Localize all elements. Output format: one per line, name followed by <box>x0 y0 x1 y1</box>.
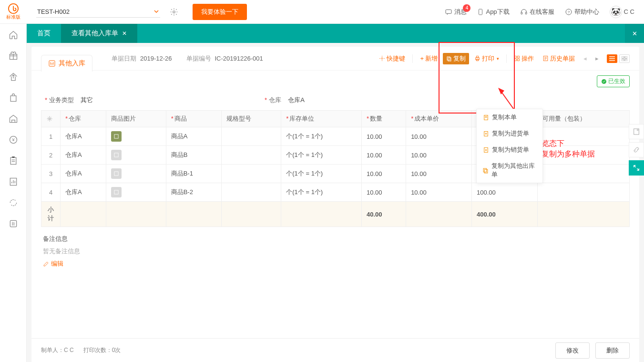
modify-button[interactable]: 修改 <box>555 342 590 359</box>
history-icon <box>542 55 549 62</box>
table-row[interactable]: 4仓库A商品B-2个(1个 = 1个)10.0010.00100.00 <box>41 183 630 202</box>
main: 首页 查看其他入库单 ✕ ✕ 其他入库 单据日期2019-12-26 单据编号I… <box>27 24 644 362</box>
sidebar-bag-icon[interactable] <box>8 93 19 103</box>
app-download-link[interactable]: App下载 <box>477 8 509 16</box>
table-gear-icon[interactable] <box>46 115 55 122</box>
print-button[interactable]: 打印▾ <box>471 53 502 64</box>
svg-rect-26 <box>518 59 520 61</box>
inbound-doc-icon <box>482 130 489 137</box>
svg-rect-23 <box>515 56 517 58</box>
sidebar-warehouse-icon[interactable] <box>8 114 19 124</box>
doc-icon <box>482 114 489 121</box>
svg-rect-3 <box>479 9 482 15</box>
grid-icon <box>514 55 520 62</box>
svg-rect-29 <box>625 56 627 58</box>
product-image <box>111 131 122 142</box>
sidebar: ¥ 新 <box>0 24 27 362</box>
svg-rect-39 <box>114 134 118 138</box>
product-image <box>111 187 122 197</box>
copy-button[interactable]: 复制 <box>443 53 469 64</box>
svg-rect-22 <box>476 59 478 61</box>
remark-empty: 暂无备注信息 <box>43 247 628 256</box>
tab-home[interactable]: 首页 <box>27 24 61 43</box>
messages-link[interactable]: 消息 4 <box>445 8 467 16</box>
check-icon <box>601 79 607 84</box>
outbound-doc-icon <box>482 146 489 153</box>
doc-type-tab[interactable]: 其他入库 <box>41 55 92 72</box>
header-actions: 快捷键 +新增 复制 打印▾ 操作 历史单据 ◂ ▸ <box>376 53 630 64</box>
prev-button[interactable]: ◂ <box>580 53 590 63</box>
sidebar-money-icon[interactable]: ¥ <box>8 134 19 145</box>
message-badge: 4 <box>463 4 470 12</box>
svg-rect-31 <box>625 59 627 61</box>
copy-to-sales[interactable]: 复制为销货单 <box>477 142 542 158</box>
svg-rect-36 <box>484 169 488 173</box>
top-header: 标准版 TEST-H002 我要体验一下 消息 4 App下载 在线客服 ? 帮… <box>0 0 644 24</box>
avatar: 🐼 <box>610 6 622 18</box>
inbound-icon <box>48 60 56 67</box>
svg-text:新: 新 <box>11 222 15 226</box>
copy-to-other-out[interactable]: 复制为其他出库单 <box>477 158 542 183</box>
sidebar-home-icon[interactable] <box>8 30 19 40</box>
ops-button[interactable]: 操作 <box>511 53 537 64</box>
col-header: 商品图片 <box>106 111 166 127</box>
copy-dropdown: 复制本单 复制为进货单 复制为销货单 复制为其他出库单 <box>476 109 543 183</box>
plus-icon: + <box>420 55 424 62</box>
top-right: 消息 4 App下载 在线客服 ? 帮助中心 🐼 C C <box>445 6 644 18</box>
sidebar-gift-icon[interactable] <box>8 51 19 61</box>
org-selector[interactable]: TEST-H002 <box>36 6 160 18</box>
copy-this-doc[interactable]: 复制本单 <box>477 109 542 125</box>
document-card: 其他入库 单据日期2019-12-26 单据编号IC-20191226-001 … <box>31 47 639 338</box>
view-card-button[interactable] <box>619 54 630 63</box>
sidebar-clipboard-icon[interactable] <box>8 155 19 166</box>
svg-point-1 <box>173 10 175 13</box>
tab-view-inbound[interactable]: 查看其他入库单 ✕ <box>61 24 137 43</box>
add-button[interactable]: +新增 <box>417 53 441 64</box>
svg-rect-9 <box>10 96 16 102</box>
chevron-down-icon <box>153 9 159 14</box>
help-center-link[interactable]: ? 帮助中心 <box>565 8 599 16</box>
sidebar-report-icon[interactable] <box>8 176 19 187</box>
form-row: *业务类型其它 *仓库仓库A <box>31 87 639 110</box>
dock-link-icon[interactable] <box>629 142 644 157</box>
edit-icon <box>43 261 49 267</box>
tabbar-close-all[interactable]: ✕ <box>625 24 644 43</box>
gear-icon[interactable] <box>170 8 178 16</box>
logo[interactable]: 标准版 <box>0 3 27 21</box>
delete-button[interactable]: 删除 <box>595 342 630 359</box>
sidebar-new-icon[interactable]: 新 <box>8 218 19 229</box>
col-header: *仓库 <box>61 111 106 127</box>
col-header: 规格型号 <box>221 111 281 127</box>
remark-title: 备注信息 <box>43 235 628 243</box>
svg-rect-42 <box>114 190 118 194</box>
next-button[interactable]: ▸ <box>592 53 602 63</box>
print-count: 0次 <box>112 347 121 353</box>
subtotal-row: 小计40.00400.00 <box>41 202 630 227</box>
svg-rect-18 <box>447 57 450 60</box>
svg-rect-12 <box>10 157 16 164</box>
col-header: *库存单位 <box>281 111 362 127</box>
dock-note-icon[interactable] <box>629 124 644 139</box>
warehouse-value: 仓库A <box>288 96 305 103</box>
shortcut-button[interactable]: 快捷键 <box>376 53 409 64</box>
trial-button[interactable]: 我要体验一下 <box>193 4 247 20</box>
customer-service-link[interactable]: 在线客服 <box>520 8 554 16</box>
dock-expand-icon[interactable] <box>629 160 644 176</box>
message-icon <box>445 8 452 16</box>
user-menu[interactable]: 🐼 C C <box>610 6 634 18</box>
svg-rect-20 <box>476 58 480 60</box>
doc-date: 2019-12-26 <box>140 55 172 62</box>
sidebar-upload-icon[interactable] <box>8 72 19 82</box>
copy-to-purchase[interactable]: 复制为进货单 <box>477 125 542 142</box>
remark-edit-button[interactable]: 编辑 <box>43 259 628 268</box>
status-badge: 已生效 <box>597 75 630 87</box>
chevron-down-icon: ▾ <box>497 56 499 61</box>
history-button[interactable]: 历史单据 <box>539 53 578 64</box>
org-name: TEST-H002 <box>37 8 70 15</box>
help-icon: ? <box>565 8 572 16</box>
svg-rect-28 <box>622 56 624 58</box>
sidebar-sync-icon[interactable] <box>8 197 19 208</box>
view-list-button[interactable] <box>607 54 617 63</box>
close-icon[interactable]: ✕ <box>122 30 127 37</box>
svg-rect-41 <box>114 172 118 176</box>
